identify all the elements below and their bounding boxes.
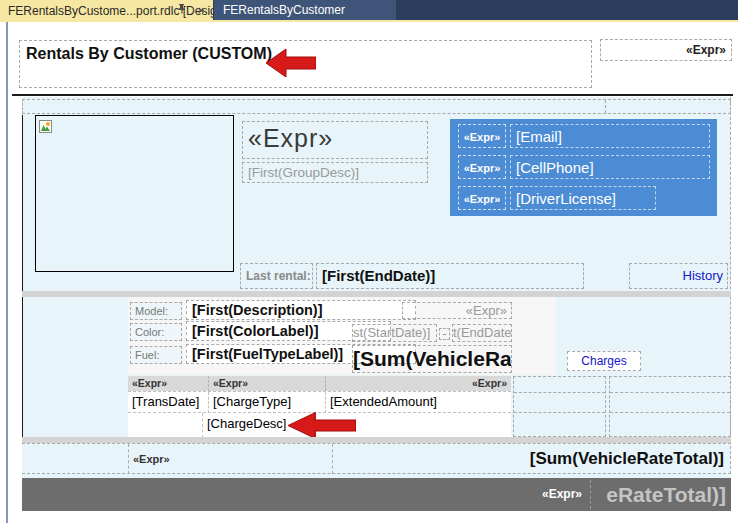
group-name-textbox[interactable]: «Expr» — [242, 121, 428, 159]
footer-expr: «Expr» — [133, 453, 170, 465]
model-value: [First(Description)] — [192, 302, 323, 318]
page-header-expr: «Expr» — [686, 43, 726, 57]
guide-divider — [610, 392, 730, 393]
guide-divider — [128, 444, 129, 474]
startdate-textbox[interactable]: st(StartDate)] — [352, 324, 437, 342]
chargetype-field: [ChargeType] — [213, 394, 291, 409]
charges-header-expr-2: «Expr» — [213, 377, 248, 389]
model-label: Model: — [135, 305, 168, 317]
fuel-label-textbox[interactable]: Fuel: — [130, 346, 182, 364]
right-guide-column-1 — [513, 376, 606, 437]
history-link: History — [683, 268, 723, 283]
charges-data-row: [TransDate] [ChargeType] [ExtendedAmount… — [128, 391, 511, 412]
charges-header-cell-2[interactable]: «Expr» — [208, 376, 325, 391]
charges-link: Charges — [581, 354, 626, 368]
group-desc-textbox[interactable]: [First(GroupDesc)] — [242, 162, 428, 183]
cellphone-field: [CellPhone] — [516, 159, 594, 176]
header-band-separator — [12, 94, 733, 96]
driverlicense-field-textbox[interactable]: [DriverLicense] — [510, 186, 656, 210]
list-left-border — [22, 115, 23, 444]
guide-divider — [590, 480, 591, 509]
guide-divider — [514, 412, 605, 413]
cellphone-field-textbox[interactable]: [CellPhone] — [510, 155, 710, 179]
cellphone-label-textbox[interactable]: «Expr» — [458, 155, 506, 179]
driverlicense-label: «Expr» — [464, 193, 501, 205]
charges-header-cell-1[interactable]: «Expr» — [128, 376, 208, 391]
grand-total-expr: «Expr» — [542, 487, 582, 501]
date-separator: - — [442, 326, 446, 341]
footer-expr-textbox[interactable]: «Expr» — [133, 444, 253, 474]
group-desc: [First(GroupDesc)] — [243, 163, 427, 180]
footer-total-textbox[interactable]: [Sum(VehicleRateTotal)] — [442, 444, 724, 474]
last-rental-value: [First(EndDate)] — [322, 267, 435, 284]
vehicle-expr: «Expr» — [466, 303, 507, 318]
charges-header-expr-3: «Expr» — [472, 377, 507, 389]
report-designer-window: FERentalsByCustome...port.rdlc [Design] … — [0, 0, 738, 523]
color-label-textbox[interactable]: Color: — [130, 323, 182, 341]
email-label-textbox[interactable]: «Expr» — [458, 124, 506, 148]
guide-divider — [605, 100, 606, 113]
contact-panel[interactable]: «Expr» [Email] «Expr» [CellPhone] «Expr»… — [450, 119, 717, 216]
annotation-arrow-title — [266, 46, 316, 80]
chargedesc-field: [ChargeDesc] — [207, 416, 286, 431]
charges-table-header-row: «Expr» «Expr» «Expr» — [128, 376, 511, 391]
startdate-clipped: st(StartDate)] — [353, 325, 430, 340]
date-separator-textbox[interactable]: - — [439, 328, 450, 340]
color-value: [First(ColorLabel)] — [192, 323, 318, 339]
footer-total: [Sum(VehicleRateTotal)] — [530, 449, 724, 468]
fuel-label: Fuel: — [135, 349, 159, 361]
tab-ferentalsbycustomer-label: FERentalsByCustomer — [223, 3, 345, 17]
last-rental-value-textbox[interactable]: [First(EndDate)] — [316, 263, 584, 289]
charges-header-expr-1: «Expr» — [132, 377, 167, 389]
document-tab-bar: FERentalsByCustome...port.rdlc [Design] … — [0, 0, 738, 22]
customer-image-placeholder[interactable] — [35, 115, 234, 272]
guide-divider — [514, 392, 605, 393]
grand-total-bar: «Expr» eRateTotal)] — [22, 478, 731, 511]
vehicle-rate-sum-clipped: [Sum(VehicleRa — [353, 347, 512, 370]
grand-total-expr-textbox[interactable]: «Expr» — [482, 478, 582, 511]
email-label: «Expr» — [464, 131, 501, 143]
charges-link-textbox[interactable]: Charges — [567, 351, 641, 371]
transdate-field: [TransDate] — [132, 394, 199, 409]
tab-rdlc-design[interactable]: FERentalsByCustome...port.rdlc [Design] … — [0, 0, 213, 22]
vehicle-expr-textbox[interactable]: «Expr» — [402, 302, 512, 319]
enddate-textbox[interactable]: t(EndDate)] — [452, 324, 512, 342]
grand-total-textbox[interactable]: eRateTotal)] — [594, 478, 726, 511]
page-header-expr-textbox[interactable]: «Expr» — [600, 39, 732, 61]
extendedamount-field: [ExtendedAmount] — [330, 394, 437, 409]
cellphone-label: «Expr» — [464, 162, 501, 174]
driverlicense-label-textbox[interactable]: «Expr» — [458, 186, 506, 210]
close-icon[interactable]: ✕ — [194, 4, 208, 18]
model-label-textbox[interactable]: Model: — [130, 302, 182, 320]
fuel-value: [First(FuelTypeLabel)] — [192, 346, 343, 362]
body-top-guide-row — [22, 99, 731, 114]
window-left-edge — [6, 22, 8, 523]
transdate-cell[interactable]: [TransDate] — [128, 392, 208, 413]
enddate-clipped: t(EndDate)] — [453, 325, 512, 340]
model-value-textbox[interactable]: [First(Description)] — [186, 300, 416, 320]
last-rental-label-textbox[interactable]: Last rental: — [240, 263, 313, 289]
guide-divider — [332, 444, 333, 474]
guide-divider — [610, 412, 730, 413]
email-field: [Email] — [516, 128, 562, 145]
email-field-textbox[interactable]: [Email] — [510, 124, 710, 148]
footer-total-row: «Expr» [Sum(VehicleRateTotal)] — [22, 443, 731, 474]
vehicle-rate-sum-textbox[interactable]: [Sum(VehicleRa — [352, 345, 512, 373]
pin-icon[interactable] — [175, 4, 189, 18]
grand-total-clipped: eRateTotal)] — [606, 483, 726, 506]
tab-ferentalsbycustomer[interactable]: FERentalsByCustomer — [214, 0, 396, 20]
right-guide-column-2 — [609, 376, 731, 437]
desc-row-empty-cell[interactable] — [128, 413, 202, 438]
charges-header-cell-3[interactable]: «Expr» — [325, 376, 511, 391]
last-rental-label: Last rental: — [246, 269, 311, 283]
chargedesc-cell[interactable]: [ChargeDesc] — [202, 413, 511, 438]
group-name-expr: «Expr» — [243, 122, 427, 153]
image-placeholder-icon — [39, 119, 52, 132]
color-label: Color: — [135, 326, 164, 338]
driverlicense-field: [DriverLicense] — [516, 190, 616, 207]
history-link-textbox[interactable]: History — [629, 263, 728, 289]
